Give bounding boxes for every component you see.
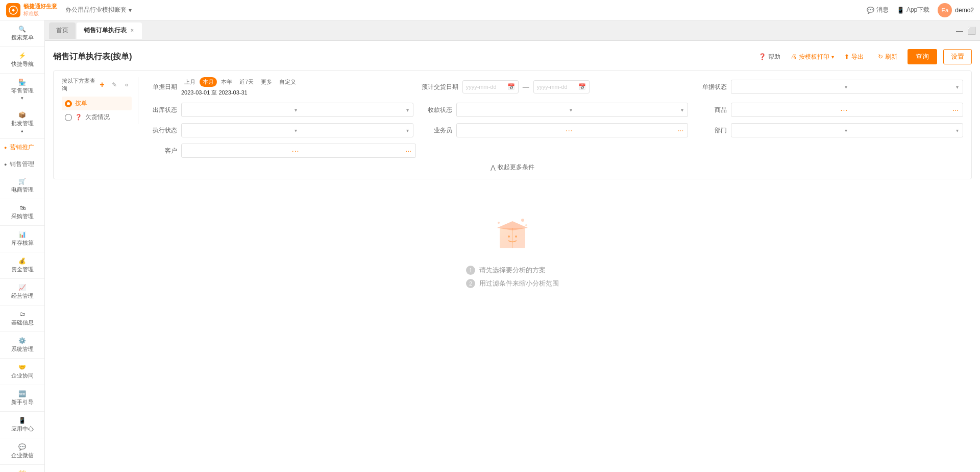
filter-schemes: 按以下方案查询 + ✎ « 按单: [62, 77, 138, 124]
exec-status-select[interactable]: ▾: [181, 123, 413, 137]
date-tab-more[interactable]: 更多: [258, 77, 275, 87]
tip-num-1: 1: [466, 266, 475, 275]
payment-chevron-icon: ▾: [570, 107, 572, 113]
sidebar-item-member[interactable]: 👑 畅会员: [0, 465, 44, 472]
filter-field-customer: 客户 ···: [146, 144, 416, 158]
sidebar-item-system[interactable]: ⚙️ 系统管理: [0, 332, 44, 359]
payment-status-label: 收款状态: [422, 106, 452, 114]
company-select[interactable]: 办公用品行业模拟账套 ▾: [65, 6, 859, 14]
customer-select[interactable]: ···: [181, 144, 416, 158]
order-status-select[interactable]: ▾: [731, 80, 963, 94]
sidebar-item-search[interactable]: 🔍 搜索菜单: [0, 20, 44, 47]
refresh-icon: ↻: [878, 53, 883, 60]
collapse-more-button[interactable]: ⋀ 收起更多条件: [62, 160, 963, 173]
sidebar-item-enterprise[interactable]: 🤝 企业协同: [0, 359, 44, 385]
user-menu[interactable]: Ea demo2: [938, 3, 974, 17]
payment-status-select[interactable]: ▾: [456, 103, 689, 117]
tab-minimize-icon[interactable]: —: [956, 27, 963, 35]
empty-illustration: [489, 210, 535, 257]
logo-icon: [6, 3, 20, 17]
collapse-more-label: 收起更多条件: [498, 163, 534, 172]
filter-row-3: 执行状态 ▾ 业务员 ···: [146, 123, 963, 137]
tab-maximize-icon[interactable]: ⬜: [967, 27, 976, 35]
message-button[interactable]: 💬 消息: [867, 6, 889, 14]
operations-icon: 📈: [18, 284, 26, 291]
app-center-icon: 📱: [18, 417, 26, 424]
sidebar-item-purchase[interactable]: 🛍 采购管理: [0, 199, 44, 226]
add-scheme-icon[interactable]: +: [97, 80, 107, 90]
expected-date-label: 预计交货日期: [422, 83, 458, 91]
date-tab-7days[interactable]: 近7天: [236, 77, 257, 87]
date-tab-custom[interactable]: 自定义: [276, 77, 299, 87]
tip-text-1: 请先选择要分析的方案: [479, 266, 546, 275]
sidebar-item-operations[interactable]: 📈 经营管理: [0, 279, 44, 305]
goods-label: 商品: [696, 106, 727, 114]
date-tab-last-month[interactable]: 上月: [181, 77, 199, 87]
basic-info-icon: 🗂: [19, 311, 26, 318]
customer-label: 客户: [146, 147, 177, 155]
date-range-row: 2023-03-01 至 2023-03-31: [181, 89, 413, 97]
search-icon: 🔍: [18, 26, 26, 33]
print-button[interactable]: 🖨 按模板打印 ▾: [791, 53, 834, 61]
filter-row-1: 单据日期 上月 本月 本年 近7天 更多 自定义: [146, 77, 963, 97]
new-guide-icon: 🆕: [18, 390, 26, 397]
date-tab-current-month[interactable]: 本月: [200, 77, 217, 87]
user-name: demo2: [955, 7, 974, 14]
settings-button[interactable]: 设置: [943, 49, 972, 64]
filter-field-exec-status: 执行状态 ▾: [146, 123, 413, 137]
app-download-button[interactable]: 📱 App下载: [897, 6, 929, 14]
help-button[interactable]: ❓ 帮助: [754, 51, 785, 63]
cal-start-icon: 📅: [507, 83, 515, 90]
export-button[interactable]: ⬆ 导出: [840, 51, 868, 63]
member-icon: 👑: [18, 470, 26, 472]
tip-text-2: 用过滤条件来缩小分析范围: [479, 279, 559, 288]
filter-field-dept: 部门 ▾: [696, 123, 963, 137]
sales-mgmt-icon: ●: [4, 162, 7, 167]
salesman-dots-icon: ···: [566, 126, 573, 134]
delivery-status-select[interactable]: ▾: [181, 103, 413, 117]
collapse-scheme-icon[interactable]: «: [121, 80, 132, 90]
sidebar-item-retail[interactable]: 🏪 零售管理 ▾: [0, 74, 44, 106]
sidebar-item-ecommerce[interactable]: 🛒 电商管理: [0, 173, 44, 199]
sidebar-item-basic-info[interactable]: 🗂 基础信息: [0, 305, 44, 332]
filter-field-salesman: 业务员 ···: [422, 123, 689, 137]
sidebar-sub-item-marketing[interactable]: ● 营销推广: [0, 139, 44, 156]
filter-row-2: 出库状态 ▾ 收款状态 ▾: [146, 103, 963, 117]
by-scheme-label: 按以下方案查询: [62, 77, 97, 92]
export-icon: ⬆: [844, 53, 849, 60]
sidebar-item-finance[interactable]: 💰 资金管理: [0, 252, 44, 279]
sidebar-item-enterprise-wechat[interactable]: 💬 企业微信: [0, 438, 44, 465]
tab-home[interactable]: 首页: [49, 22, 76, 39]
search-button[interactable]: 查询: [908, 49, 937, 64]
print-icon: 🖨: [791, 53, 797, 60]
salesman-select[interactable]: ···: [456, 123, 689, 137]
sidebar-sub-item-sales-mgmt[interactable]: ● 销售管理: [0, 156, 44, 173]
edit-scheme-icon[interactable]: ✎: [109, 80, 119, 90]
empty-state: 1 请先选择要分析的方案 2 用过滤条件来缩小分析范围: [53, 179, 972, 319]
tab-sales-order[interactable]: 销售订单执行表 ×: [77, 22, 142, 39]
expected-date-start[interactable]: yyyy-mm-dd 📅: [462, 80, 519, 93]
date-tab-current-year[interactable]: 本年: [218, 77, 235, 87]
content-area: 首页 销售订单执行表 × — ⬜ 销售订单执行表(按单) ❓ 帮助: [45, 20, 980, 472]
sidebar-item-wholesale[interactable]: 📦 批发管理 ▴: [0, 106, 44, 139]
sidebar-item-inventory[interactable]: 📊 库存核算: [0, 226, 44, 252]
dept-select[interactable]: ▾: [731, 123, 963, 137]
sidebar-item-new-guide[interactable]: 🆕 新手引导: [0, 385, 44, 412]
scheme-dot-filled: [65, 100, 72, 107]
expected-date-end[interactable]: yyyy-mm-dd 📅: [533, 80, 590, 93]
purchase-icon: 🛍: [19, 204, 26, 211]
sidebar-item-quick-nav[interactable]: ⚡ 快捷导航: [0, 47, 44, 74]
goods-select[interactable]: ···: [731, 103, 963, 117]
tab-close-icon[interactable]: ×: [130, 27, 135, 34]
marketing-icon: ●: [4, 145, 7, 150]
delivery-chevron-icon: ▾: [295, 107, 297, 113]
refresh-button[interactable]: ↻ 刷新: [874, 51, 901, 63]
finance-icon: 💰: [18, 257, 26, 265]
dept-label: 部门: [696, 126, 727, 135]
sidebar-item-app-center[interactable]: 📱 应用中心: [0, 412, 44, 438]
logo-area: 畅捷通好生意 标准版: [6, 3, 57, 17]
tip-num-2: 2: [466, 279, 475, 288]
scheme-item-order[interactable]: 按单: [62, 97, 132, 110]
filter-schemes-header: 按以下方案查询 + ✎ «: [62, 77, 132, 92]
scheme-item-shortage[interactable]: ❓ 欠货情况: [62, 110, 132, 124]
